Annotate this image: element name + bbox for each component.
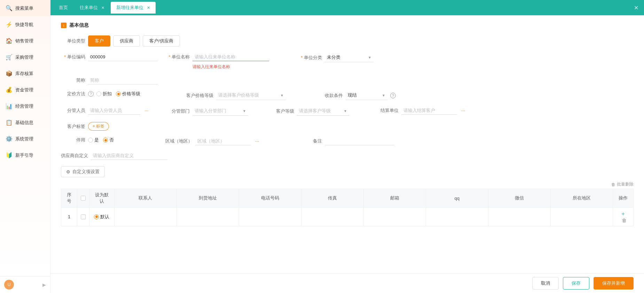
col-qq: qq [426, 189, 488, 207]
email-input[interactable] [367, 214, 422, 219]
tab-partners[interactable]: 往来单位 ✕ [74, 2, 110, 14]
col-phone: 电话号码 [239, 189, 301, 207]
sidebar-item-search[interactable]: 🔍 搜索菜单 [0, 0, 50, 16]
discount-radio-circle [96, 91, 101, 96]
supplier-custom-input[interactable] [91, 152, 167, 160]
customer-price-select[interactable]: 请选择客户价格等级 ▼ [216, 91, 286, 100]
short-name-group: 简称 [61, 76, 634, 84]
close-new-partner-tab[interactable]: ✕ [147, 6, 150, 10]
sidebar-footer: U ▶ [0, 276, 50, 293]
settlement-more-btn[interactable]: ··· [460, 108, 467, 113]
pricing-method-group: 定价方法 ? 折扣 价格等级 [61, 91, 186, 97]
close-partners-tab[interactable]: ✕ [101, 6, 104, 10]
default-cell: 默认 [89, 207, 115, 226]
manager-more-btn[interactable]: ··· [143, 108, 150, 113]
customer-level-select[interactable]: 请选择客户等级 ▼ [297, 106, 349, 116]
main-area: 首页 往来单位 ✕ 新增往来单位 ✕ ✕ i 基本信息 单位类型 客户 供应商 … [50, 0, 644, 293]
pricing-help-icon[interactable]: ? [88, 91, 94, 97]
system-icon: ⚙️ [6, 136, 13, 142]
settlement-group: 结算单位 ··· [374, 106, 634, 115]
sidebar-item-system[interactable]: ⚙️ 系统管理 [0, 131, 50, 147]
sidebar-expand-icon[interactable]: ▶ [42, 282, 46, 287]
row-checkbox[interactable] [81, 214, 86, 219]
sidebar-item-inventory[interactable]: 📦 库存核算 [0, 65, 50, 82]
unit-code-input[interactable] [88, 53, 158, 61]
row-region-input[interactable] [554, 214, 609, 219]
manager-row: 分管人员 ··· 分管部门 请输入分管部门 ▼ 客户等级 请选择客户等级 ▼ 结… [61, 106, 634, 116]
fax-cell[interactable] [301, 207, 363, 226]
default-radio[interactable]: 默认 [94, 214, 109, 220]
tags-row: 客户标签 + 标签 [61, 122, 634, 131]
supplier-custom-label: 供应商自定义 [61, 153, 88, 159]
disable-no-radio[interactable]: 否 [103, 137, 114, 143]
batch-delete-button[interactable]: 🗑 批量删除 [611, 181, 634, 187]
seq-cell: 1 [61, 207, 77, 226]
fax-input[interactable] [305, 214, 360, 219]
chevron-down-icon-4: ▼ [243, 109, 246, 113]
form-footer: 取消 保存 保存并新增 [50, 273, 644, 293]
guide-icon: 🔰 [6, 152, 13, 158]
sidebar-item-operations[interactable]: 📊 经营管理 [0, 98, 50, 114]
qq-input[interactable] [430, 214, 485, 219]
short-name-input[interactable] [88, 76, 158, 84]
sidebar-item-purchase[interactable]: 🛒 采购管理 [0, 49, 50, 65]
unit-name-input[interactable] [193, 53, 269, 61]
dept-select[interactable]: 请输入分管部门 ▼ [193, 106, 248, 116]
supplier-custom-group: 供应商自定义 [61, 152, 634, 160]
region-input[interactable] [195, 137, 251, 145]
address-cell[interactable] [176, 207, 239, 226]
chevron-down-icon-2: ▼ [280, 93, 284, 97]
add-tag-button[interactable]: + 标签 [88, 122, 109, 131]
header-checkbox[interactable] [81, 196, 86, 201]
pricing-row: 定价方法 ? 折扣 价格等级 客户价格等级 请选择客户价格等级 [61, 91, 634, 100]
row-region-cell[interactable] [550, 207, 613, 226]
sidebar-item-basic-info[interactable]: 📋 基础信息 [0, 114, 50, 131]
sidebar-item-sales[interactable]: 🏠 销售管理 [0, 33, 50, 49]
sidebar-item-guide[interactable]: 🔰 新手引导 [0, 147, 50, 163]
contact-input[interactable] [118, 214, 173, 219]
payment-terms-label: 收款条件 [319, 92, 343, 99]
phone-cell[interactable] [239, 207, 301, 226]
price-level-radio[interactable]: 价格等级 [116, 91, 140, 97]
phone-input[interactable] [243, 214, 298, 219]
address-input[interactable] [180, 214, 235, 219]
payment-terms-select[interactable]: 现结 ▼ [346, 91, 387, 100]
unit-type-both[interactable]: 客户/供应商 [143, 35, 180, 47]
row-add-button[interactable]: ＋ [620, 211, 626, 217]
col-seq: 序号 [61, 189, 77, 207]
email-cell[interactable] [363, 207, 426, 226]
region-more-btn[interactable]: ··· [254, 138, 261, 144]
custom-settings-button[interactable]: ⚙ 自定义项设置 [61, 166, 105, 177]
quick-nav-icon: ⚡ [6, 21, 13, 28]
save-button[interactable]: 保存 [563, 277, 589, 290]
wechat-cell[interactable] [488, 207, 550, 226]
unit-type-customer[interactable]: 客户 [88, 35, 110, 47]
cancel-button[interactable]: 取消 [532, 277, 559, 290]
save-add-button[interactable]: 保存并新增 [594, 277, 634, 290]
settlement-input[interactable] [401, 106, 457, 115]
basic-info-icon: 📋 [6, 119, 13, 126]
disable-yes-radio[interactable]: 是 [88, 137, 99, 143]
manager-input[interactable] [88, 106, 140, 115]
sidebar: 🔍 搜索菜单 ⚡ 快捷导航 🏠 销售管理 🛒 采购管理 📦 库存核算 💰 资金管… [0, 0, 50, 293]
tab-home[interactable]: 首页 [53, 2, 73, 14]
qq-cell[interactable] [426, 207, 488, 226]
wechat-input[interactable] [492, 214, 547, 219]
purchase-icon: 🛒 [6, 54, 13, 60]
remark-label: 备注 [298, 138, 322, 144]
contact-cell[interactable] [114, 207, 176, 226]
payment-help-icon[interactable]: ? [390, 93, 396, 98]
remark-input[interactable] [325, 137, 394, 145]
chevron-down-icon: ▼ [368, 56, 371, 59]
inventory-icon: 📦 [6, 70, 13, 77]
unit-type-supplier[interactable]: 供应商 [113, 35, 140, 47]
sidebar-item-finance[interactable]: 💰 资金管理 [0, 82, 50, 98]
close-window-button[interactable]: ✕ [631, 3, 641, 13]
discount-radio[interactable]: 折扣 [96, 91, 112, 97]
dept-label: 分管部门 [165, 108, 190, 114]
tab-new-partner[interactable]: 新增往来单位 ✕ [111, 2, 156, 14]
sidebar-item-quick-nav[interactable]: ⚡ 快捷导航 [0, 16, 50, 33]
row-delete-button[interactable]: 🗑 [622, 218, 627, 223]
col-wechat: 微信 [488, 189, 550, 207]
unit-category-select[interactable]: 未分类 ▼ [325, 53, 374, 62]
